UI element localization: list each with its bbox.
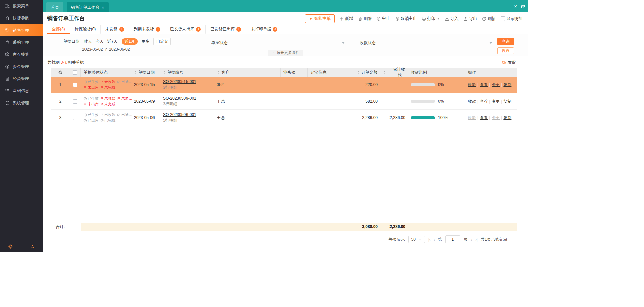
date-range-value[interactable]: 2023-05-02 至 2023-06-02: [82, 47, 171, 52]
sort-icon[interactable]: [383, 71, 386, 74]
sort-icon[interactable]: [357, 71, 360, 74]
tab-shipped-not-outbound[interactable]: 已发货未出库1: [165, 25, 205, 34]
sidebar-item-system[interactable]: 系统管理: [0, 97, 43, 109]
col-received[interactable]: 累计收款...: [380, 68, 408, 77]
sidebar-item-quick-nav[interactable]: 快捷导航: [0, 12, 43, 24]
sidebar-item-inventory[interactable]: 库存核算: [0, 48, 43, 61]
last-page-icon[interactable]: ›|: [475, 237, 477, 242]
sidebar-item-base-info[interactable]: 基础信息: [0, 85, 43, 97]
date-option-today[interactable]: 今天: [96, 39, 104, 44]
export-button[interactable]: 导出: [464, 16, 477, 22]
col-customer[interactable]: 客户: [214, 68, 281, 77]
tab-shipped-outbound[interactable]: 已发货已出库1: [205, 25, 246, 34]
sort-icon[interactable]: [217, 71, 220, 74]
row-checkbox[interactable]: [73, 116, 77, 120]
action-receive-payment[interactable]: 收款: [468, 115, 476, 120]
window-restore-icon[interactable]: [521, 4, 525, 8]
document-icon: [5, 76, 10, 81]
status-tag: 未通…: [117, 95, 132, 101]
ship-button[interactable]: 发货: [502, 60, 516, 65]
tab-overdue-not-shipped[interactable]: 到期未发货1: [129, 25, 165, 34]
doc-number-link[interactable]: SO-20230515-001: [163, 79, 196, 84]
delete-button[interactable]: 删除: [358, 16, 372, 22]
stop-button[interactable]: 中止: [377, 16, 390, 22]
first-page-icon[interactable]: |‹: [428, 237, 430, 242]
close-tab-icon[interactable]: ×: [102, 5, 104, 10]
sidebar-item-funds[interactable]: 资金管理: [0, 61, 43, 73]
sort-icon[interactable]: [163, 71, 166, 74]
col-doc-number[interactable]: 单据编号: [160, 68, 214, 77]
window-close-icon[interactable]: ×: [514, 4, 517, 9]
show-detail-toggle[interactable]: 显示明细: [501, 16, 522, 22]
sidebar-search-menu[interactable]: 搜索菜单: [0, 0, 43, 12]
action-view[interactable]: 查看: [480, 115, 488, 120]
print-button[interactable]: 打印: [422, 16, 440, 22]
doc-number-link[interactable]: SO-20230509-001: [163, 96, 196, 101]
flag-icon: [100, 86, 104, 89]
column-settings[interactable]: [51, 68, 69, 77]
action-receive-payment[interactable]: 收款: [468, 82, 476, 87]
doc-number-link[interactable]: SO-20230506-001: [163, 112, 196, 117]
prev-page-icon[interactable]: ‹: [434, 237, 435, 242]
speaker-icon[interactable]: [30, 244, 35, 249]
tag-label: 未收款: [104, 79, 115, 85]
action-view[interactable]: 查看: [480, 82, 488, 87]
row-checkbox[interactable]: [73, 99, 77, 104]
sidebar-item-sales[interactable]: 销售管理: [0, 24, 43, 36]
next-page-icon[interactable]: ›: [471, 237, 472, 242]
import-button[interactable]: 导入: [445, 16, 459, 22]
action-change[interactable]: 变更: [492, 115, 500, 120]
export-icon: [464, 17, 468, 21]
sidebar-item-label: 采购管理: [13, 40, 29, 45]
sidebar-item-operations[interactable]: 经营管理: [0, 73, 43, 85]
doc-status-select[interactable]: [231, 39, 345, 46]
status-cell: 已生效 未收款 未通… 未出库 未完成: [81, 95, 131, 107]
smart-generate-button[interactable]: 智能生单: [305, 14, 335, 23]
select-all-checkbox[interactable]: [73, 70, 77, 75]
tab-to-pick[interactable]: 待拣验货(0): [70, 25, 101, 34]
list-icon: [5, 88, 10, 93]
action-change[interactable]: 变更: [492, 99, 500, 104]
payment-status-select[interactable]: [379, 39, 493, 46]
col-order-amount[interactable]: 订单金额: [351, 68, 380, 77]
expand-more-conditions[interactable]: 展开更多条件: [268, 50, 303, 56]
action-separator: |: [477, 82, 478, 87]
tab-label: 全部(3): [52, 26, 65, 32]
page-input[interactable]: [445, 235, 460, 243]
tab-all[interactable]: 全部(3): [47, 25, 70, 34]
search-button[interactable]: 查询: [497, 38, 514, 45]
table-row[interactable]: 1 已生效 未收款 已通… 未出库 未完成 2023-05-15 SO-2023…: [51, 77, 517, 93]
sidebar-item-purchase[interactable]: 采购管理: [0, 36, 43, 48]
col-doc-date[interactable]: 单据日期: [131, 68, 160, 77]
tab-not-shipped[interactable]: 未发货1: [100, 25, 129, 34]
result-count: 3张: [61, 60, 67, 65]
action-receive-payment[interactable]: 收款: [468, 99, 476, 104]
show-detail-checkbox[interactable]: [501, 16, 505, 21]
settings-button[interactable]: 设置: [497, 47, 514, 54]
date-option-more[interactable]: 更多: [141, 39, 149, 44]
add-button[interactable]: 新增: [340, 16, 353, 22]
date-option-1month[interactable]: 近1月: [122, 38, 138, 45]
date-option-yesterday[interactable]: 昨天: [84, 39, 92, 44]
cancel-stop-button[interactable]: 取消中止: [395, 16, 417, 22]
action-view[interactable]: 查看: [480, 99, 488, 104]
per-page-select[interactable]: 50: [408, 236, 425, 243]
tab-unprinted[interactable]: 未打印单据3: [246, 25, 282, 34]
system-icon: [5, 101, 10, 105]
date-option-7days[interactable]: 近7天: [107, 39, 118, 44]
table-row[interactable]: 2 已生效 未收款 未通… 未出库 未完成 2023-05-09 SO-2023…: [51, 93, 517, 110]
table-row[interactable]: 3 已生效 已收款 已通… 已出库 已完成 2023-05-06 SO-2023…: [51, 110, 517, 126]
gear-icon[interactable]: [8, 244, 13, 249]
action-copy[interactable]: 复制: [503, 115, 511, 120]
refresh-button[interactable]: 刷新: [482, 16, 496, 22]
trash-icon: [358, 17, 362, 21]
row-checkbox[interactable]: [73, 83, 77, 87]
action-copy[interactable]: 复制: [503, 82, 511, 87]
action-change[interactable]: 变更: [492, 82, 500, 87]
tab-sales-order-workbench[interactable]: 销售订单工作台 ×: [67, 2, 109, 12]
sort-icon[interactable]: [134, 71, 137, 74]
action-copy[interactable]: 复制: [503, 99, 511, 104]
date-option-custom[interactable]: 自定义: [153, 38, 171, 45]
tab-home[interactable]: 首页: [46, 2, 63, 12]
print-label: 打印: [427, 16, 435, 22]
